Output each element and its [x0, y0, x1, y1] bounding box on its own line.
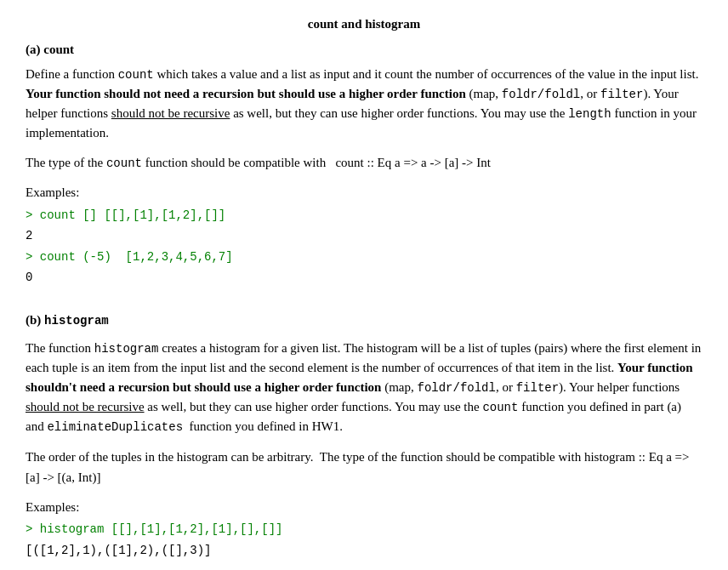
example-a1-prompt: > count [] [[],[1],[1,2],[]]: [26, 206, 702, 225]
section-title: count and histogram: [26, 17, 702, 31]
part-a-heading-text: (a) count: [26, 43, 74, 56]
part-b-para1: The function histogram creates a histogr…: [26, 339, 702, 436]
example-b1-output: [([1,2],1),([1],2),([],3)]: [26, 541, 702, 560]
filter-code-1: filter: [600, 88, 643, 101]
bold-text-2: Your function shouldn't need a recursion…: [26, 361, 693, 394]
part-b-heading: (b) histogram: [26, 311, 702, 330]
foldr-code-2: foldr/foldl: [418, 381, 496, 395]
example-a2-output: 0: [26, 268, 702, 287]
length-code: length: [568, 107, 611, 121]
title-text: count and histogram: [308, 17, 421, 31]
part-b: (b) histogram The function histogram cre…: [26, 311, 702, 560]
count-code-b: count: [482, 401, 518, 414]
part-a: (a) count Define a function count which …: [26, 40, 702, 287]
underline-recursive-2: should not be recursive: [26, 400, 145, 413]
part-a-type-line: The type of the count function should be…: [26, 152, 702, 173]
example-a1-output: 2: [26, 226, 702, 245]
eliminate-duplicates-code: eliminateDuplicates: [47, 420, 183, 434]
part-a-examples-label: Examples:: [26, 183, 702, 202]
filter-code-2: filter: [516, 381, 559, 395]
part-b-examples-label: Examples:: [26, 498, 702, 517]
underline-recursive-1: should not be recursive: [111, 106, 230, 120]
part-a-para1: Define a function count which takes a va…: [26, 65, 702, 143]
bold-text-1: Your function should not need a recursio…: [26, 87, 466, 100]
histogram-code: histogram: [94, 342, 159, 356]
foldr-code: foldr/foldl: [502, 88, 580, 101]
part-b-type-line: The order of the tuples in the histogram…: [26, 447, 702, 487]
part-b-heading-text: (b) histogram: [26, 313, 109, 327]
page-content: count and histogram (a) count Define a f…: [26, 17, 702, 560]
example-a2-prompt: > count (-5) [1,2,3,4,5,6,7]: [26, 248, 702, 266]
count-code-type: count: [106, 157, 142, 170]
part-a-heading: (a) count: [26, 40, 702, 60]
count-code-1: count: [118, 68, 154, 82]
example-b1-prompt: > histogram [[],[1],[1,2],[1],[],[]]: [26, 520, 702, 539]
